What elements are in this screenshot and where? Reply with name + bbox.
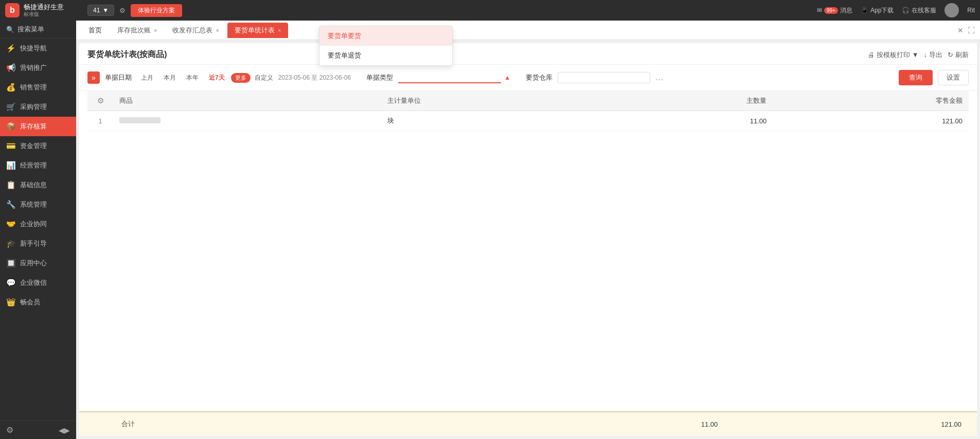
sidebar-item-member[interactable]: 👑 畅会员 xyxy=(0,292,76,312)
sidebar-item-label: 库存核算 xyxy=(20,122,47,131)
row-qty: 11.00 xyxy=(611,111,773,131)
app-brand: 畅捷通好生意 标准版 xyxy=(24,3,64,17)
sidebar-search[interactable]: 🔍 搜索菜单 xyxy=(0,21,76,39)
sidebar-item-cooperation[interactable]: 🤝 企业协同 xyxy=(0,214,76,234)
app-download-item[interactable]: 📱 App下载 xyxy=(861,6,894,15)
date-custom-btn[interactable]: 自定义 xyxy=(255,74,273,82)
sidebar-item-label: 经营管理 xyxy=(20,161,47,170)
dropdown-item-order-return[interactable]: 要货单退货 xyxy=(319,46,452,65)
sidebar-item-inventory[interactable]: 📦 库存核算 xyxy=(0,117,76,136)
sidebar-item-guide[interactable]: 🎓 新手引导 xyxy=(0,234,76,253)
page-header: 要货单统计表(按商品) 🖨 按模板打印 ▼ ↓ 导出 ↻ xyxy=(79,43,977,65)
table-row: 1 块 11.00 121.00 xyxy=(87,111,969,131)
store-dropdown-icon: ▼ xyxy=(102,7,109,14)
tab-order-stat[interactable]: 要货单统计表 × xyxy=(227,23,288,38)
sales-icon: 💰 xyxy=(6,83,16,92)
table-header-row: ⚙ 商品 主计量单位 主数量 零售金额 xyxy=(87,91,969,111)
col-settings[interactable]: ⚙ xyxy=(87,91,113,111)
warehouse-input[interactable] xyxy=(558,72,650,83)
tab-summary-close[interactable]: × xyxy=(216,27,219,33)
service-icon: 🎧 xyxy=(902,7,910,14)
sidebar-item-wechat[interactable]: 💬 企业微信 xyxy=(0,273,76,292)
refresh-icon: ↻ xyxy=(948,51,953,59)
sidebar-item-label: 企业协同 xyxy=(20,220,47,229)
table-header: ⚙ 商品 主计量单位 主数量 零售金额 xyxy=(87,91,969,111)
sidebar-item-operation[interactable]: 📊 经营管理 xyxy=(0,156,76,175)
row-amount: 121.00 xyxy=(773,111,969,131)
tab-close-all-icon[interactable]: ✕ xyxy=(957,26,964,34)
user-name: Rit xyxy=(967,7,975,14)
query-button[interactable]: 查询 xyxy=(899,70,933,85)
settings-button[interactable]: 设置 xyxy=(938,70,969,85)
online-service-item[interactable]: 🎧 在线客服 xyxy=(902,6,936,15)
sidebar-item-label: 采购管理 xyxy=(20,102,47,112)
sidebar-item-purchase[interactable]: 🛒 采购管理 xyxy=(0,97,76,117)
summary-no-cell xyxy=(88,418,114,430)
app-logo: b xyxy=(5,3,20,17)
top-header: b 畅捷通好生意 标准版 41 ▼ ⚙ 体验行业方案 ✉ 99+ 消息 📱 Ap… xyxy=(0,0,980,21)
sidebar-item-basic[interactable]: 📋 基础信息 xyxy=(0,175,76,195)
type-label: 单据类型 xyxy=(366,73,393,82)
tab-home[interactable]: 首页 xyxy=(81,23,109,38)
sidebar-item-marketing[interactable]: 📢 营销推广 xyxy=(0,58,76,78)
data-table: ⚙ 商品 主计量单位 主数量 零售金额 1 xyxy=(87,91,969,131)
tab-expand-icon[interactable]: ⛶ xyxy=(968,26,975,34)
brand-sub: 标准版 xyxy=(24,11,64,17)
print-action[interactable]: 🖨 按模板打印 ▼ xyxy=(868,50,919,60)
marketing-icon: 📢 xyxy=(6,63,16,72)
header-middle: 41 ▼ ⚙ 体验行业方案 xyxy=(77,4,817,17)
sidebar-item-appstore[interactable]: 🔲 应用中心 xyxy=(0,253,76,273)
col-qty: 主数量 xyxy=(611,91,773,111)
sidebar-item-label: 资金管理 xyxy=(20,141,47,151)
notifications-label: 消息 xyxy=(840,6,852,15)
tab-order-stat-close[interactable]: × xyxy=(278,27,281,33)
summary-qty: 11.00 xyxy=(482,418,724,430)
online-service-label: 在线客服 xyxy=(912,6,936,15)
date-btn-this-month[interactable]: 本月 xyxy=(159,72,180,84)
inventory-icon: 📦 xyxy=(6,122,16,131)
industry-btn[interactable]: 体验行业方案 xyxy=(131,4,182,17)
row-unit: 块 xyxy=(381,111,611,131)
store-selector[interactable]: 41 ▼ xyxy=(87,5,114,16)
tab-batch-close[interactable]: × xyxy=(154,27,157,33)
date-btn-this-year[interactable]: 本年 xyxy=(182,72,203,84)
sidebar-item-finance[interactable]: 💳 资金管理 xyxy=(0,136,76,156)
warehouse-label: 要货仓库 xyxy=(526,73,553,82)
sidebar-settings-icon[interactable]: ⚙ xyxy=(6,425,13,435)
sidebar-item-system[interactable]: 🔧 系统管理 xyxy=(0,195,76,214)
type-dropdown-arrow[interactable]: ▲ xyxy=(504,74,510,81)
download-icon: 📱 xyxy=(861,7,868,14)
table-wrapper: ⚙ 商品 主计量单位 主数量 零售金额 1 xyxy=(79,91,977,411)
tab-bar: 首页 库存批次账 × 收发存汇总表 × 要货单统计表 × ✕ ⛶ xyxy=(76,21,980,40)
notifications-item[interactable]: ✉ 99+ 消息 xyxy=(817,6,852,15)
cooperation-icon: 🤝 xyxy=(6,220,16,229)
tab-batch[interactable]: 库存批次账 × xyxy=(110,23,164,38)
app-download-label: App下载 xyxy=(870,6,894,15)
sidebar-item-label: 系统管理 xyxy=(20,200,47,209)
header-settings-icon[interactable]: ⚙ xyxy=(119,7,126,14)
row-product xyxy=(113,111,381,131)
table-settings-icon[interactable]: ⚙ xyxy=(97,96,104,105)
page-actions: 🖨 按模板打印 ▼ ↓ 导出 ↻ 刷新 xyxy=(868,50,969,60)
row-no: 1 xyxy=(87,111,113,131)
purchase-icon: 🛒 xyxy=(6,102,16,112)
date-more-badge[interactable]: 更多 xyxy=(231,73,251,83)
user-avatar[interactable] xyxy=(945,3,959,17)
col-amount: 零售金额 xyxy=(773,91,969,111)
logo-area: b 畅捷通好生意 标准版 xyxy=(5,3,77,17)
warehouse-more-icon[interactable]: … xyxy=(655,73,664,82)
appstore-icon: 🔲 xyxy=(6,259,16,268)
filter-expand-btn[interactable]: » xyxy=(87,71,100,84)
sidebar-item-quick_nav[interactable]: ⚡ 快捷导航 xyxy=(0,39,76,58)
date-btn-last7[interactable]: 近7天 xyxy=(205,72,229,84)
sidebar-item-label: 基础信息 xyxy=(20,180,47,190)
refresh-action[interactable]: ↻ 刷新 xyxy=(948,50,969,60)
sidebar-item-sales[interactable]: 💰 销售管理 xyxy=(0,78,76,97)
date-btn-last-month[interactable]: 上月 xyxy=(137,72,157,84)
type-input[interactable] xyxy=(398,72,501,83)
sidebar-bottom: ⚙ ◀▶ xyxy=(0,420,76,439)
tab-summary[interactable]: 收发存汇总表 × xyxy=(165,23,226,38)
sidebar-collapse-icon[interactable]: ◀▶ xyxy=(59,426,70,434)
export-icon: ↓ xyxy=(924,51,928,59)
export-action[interactable]: ↓ 导出 xyxy=(924,50,943,60)
